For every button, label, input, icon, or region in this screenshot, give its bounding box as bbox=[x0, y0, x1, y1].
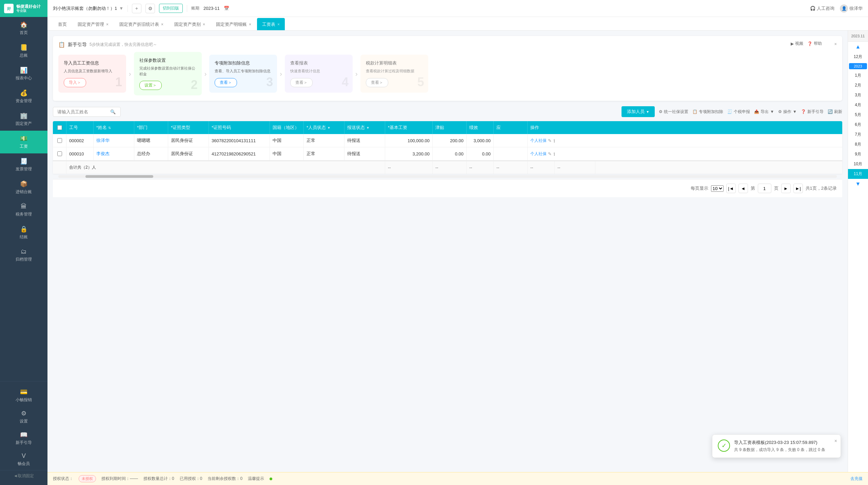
calendar-month-4[interactable]: 4月 bbox=[848, 100, 868, 110]
tab-fixed-assets[interactable]: 固定资产管理 × bbox=[73, 18, 114, 30]
report-status-filter-icon[interactable]: ▼ bbox=[366, 126, 370, 130]
operation-action[interactable]: ⚙ 操作 ▼ bbox=[778, 109, 797, 115]
calendar-month-8[interactable]: 8月 bbox=[848, 139, 868, 149]
per-page-select[interactable]: 10 20 50 bbox=[711, 185, 724, 192]
sidebar-item-archive[interactable]: 🗂 归档管理 bbox=[0, 244, 47, 266]
auth-label: 授权状态： bbox=[53, 476, 73, 482]
user-info[interactable]: 👤 徐泽华 bbox=[840, 4, 863, 13]
settings-button[interactable]: ⚙ bbox=[145, 4, 155, 13]
calendar-month-11[interactable]: 11月 bbox=[848, 169, 868, 179]
upgrade-link[interactable]: 去充值 bbox=[850, 476, 863, 482]
guide-action[interactable]: ❓ 新手引导 bbox=[801, 109, 824, 115]
guide-video-link[interactable]: ▶ 视频 ❓ 帮助 bbox=[791, 41, 822, 46]
export-action[interactable]: 📤 导出 ▼ bbox=[754, 109, 774, 115]
sidebar-item-settings[interactable]: ⚙ 设置 bbox=[0, 406, 47, 428]
special-deduction-action[interactable]: 📋 专项附加扣除 bbox=[692, 109, 723, 115]
last-page-button[interactable]: ►| bbox=[793, 184, 803, 193]
name-sort-icon[interactable]: ⇅ bbox=[108, 126, 111, 130]
add-account-button[interactable]: ＋ bbox=[132, 4, 141, 13]
guide-close-button[interactable]: × bbox=[834, 41, 837, 46]
row1-edit-icon[interactable]: ✎ bbox=[548, 138, 552, 143]
warning-dot bbox=[270, 478, 272, 480]
row1-checkbox[interactable] bbox=[57, 138, 62, 143]
tab-fixed-depreciation-close[interactable]: × bbox=[161, 22, 163, 27]
tab-fixed-detail[interactable]: 固定资产明细账 × bbox=[211, 18, 256, 30]
row2-name[interactable]: 李俊杰 bbox=[94, 147, 134, 160]
sidebar-item-member[interactable]: V 畅会员 bbox=[0, 449, 47, 470]
row2-ops[interactable]: 个人社保 ✎ 🗑 bbox=[528, 147, 555, 160]
row2-delete-icon[interactable]: 🗑 bbox=[553, 151, 555, 156]
sidebar-item-fixed-assets[interactable]: 🏢 固定资产 bbox=[0, 108, 47, 131]
calendar-up-arrow[interactable]: ▲ bbox=[848, 42, 868, 52]
sidebar-item-expense[interactable]: 💳 小畅报销 bbox=[0, 385, 47, 406]
version-toggle-button[interactable]: 切到旧版 bbox=[159, 4, 183, 13]
guide-step-3-btn[interactable]: 查看＞ bbox=[215, 78, 237, 87]
tab-home[interactable]: 首页 bbox=[53, 18, 72, 30]
sidebar-item-guide[interactable]: 📖 新手引导 bbox=[0, 428, 47, 449]
tab-salary-close[interactable]: × bbox=[277, 22, 280, 27]
tab-fixed-assets-close[interactable]: × bbox=[106, 22, 108, 27]
calendar-month-7[interactable]: 7月 bbox=[848, 130, 868, 139]
tab-fixed-category[interactable]: 固定资产类别 × bbox=[169, 18, 210, 30]
search-input[interactable] bbox=[57, 109, 108, 114]
sidebar-item-reports[interactable]: 📊 报表中心 bbox=[0, 62, 47, 85]
toast-close-button[interactable]: × bbox=[834, 438, 837, 444]
first-page-button[interactable]: |◄ bbox=[726, 184, 736, 193]
header-checkbox[interactable] bbox=[57, 125, 62, 130]
add-person-button[interactable]: 添加人员 ▼ bbox=[622, 106, 655, 117]
tab-fixed-depreciation[interactable]: 固定资产折旧统计表 × bbox=[114, 18, 169, 30]
sidebar-item-funds[interactable]: 💰 资金管理 bbox=[0, 85, 47, 108]
sidebar-item-salary[interactable]: 💵 工资 bbox=[0, 131, 47, 153]
calendar-month-1[interactable]: 1月 bbox=[848, 71, 868, 80]
calendar-icon[interactable]: 📅 bbox=[224, 6, 229, 11]
tab-salary[interactable]: 工资表 × bbox=[257, 18, 285, 30]
guide-step-5-btn[interactable]: 查看＞ bbox=[366, 78, 388, 87]
row2-ops-link[interactable]: 个人社保 bbox=[530, 151, 547, 157]
sidebar-item-ledger[interactable]: 📒 总账 bbox=[0, 40, 47, 62]
row1-check[interactable] bbox=[53, 134, 66, 147]
row1-delete-icon[interactable]: 🗑 bbox=[553, 138, 555, 143]
calendar-month-3[interactable]: 3月 bbox=[848, 90, 868, 100]
calendar-month-10[interactable]: 10月 bbox=[848, 159, 868, 169]
row2-report-status: 待报送 bbox=[344, 147, 385, 160]
row2-check[interactable] bbox=[53, 147, 66, 160]
status-filter-icon[interactable]: ▼ bbox=[327, 126, 331, 130]
tax-return-action[interactable]: 🧾 个税申报 bbox=[727, 109, 750, 115]
page-number-input[interactable] bbox=[758, 184, 771, 193]
prev-page-button[interactable]: ◄ bbox=[738, 184, 748, 193]
calendar-month-9[interactable]: 9月 bbox=[848, 149, 868, 159]
sidebar-item-inventory[interactable]: 📦 进销台账 bbox=[0, 176, 47, 199]
horizontal-scrollbar[interactable] bbox=[58, 175, 837, 178]
row1-ops[interactable]: 个人社保 ✎ 🗑 bbox=[528, 134, 555, 147]
sidebar-item-invoice[interactable]: 🧾 发票管理 bbox=[0, 153, 47, 176]
th-name: *姓名 ⇅ bbox=[94, 121, 134, 134]
row2-edit-icon[interactable]: ✎ bbox=[548, 151, 552, 156]
th-check[interactable] bbox=[53, 121, 66, 134]
sidebar-item-tax[interactable]: 🏛 税务管理 bbox=[0, 199, 47, 221]
sidebar-item-close[interactable]: 🔒 结账 bbox=[0, 221, 47, 244]
calendar-month-12[interactable]: 12月 bbox=[848, 52, 868, 62]
guide-step-4-btn[interactable]: 查看＞ bbox=[290, 78, 313, 87]
sidebar-item-home[interactable]: 🏠 首页 bbox=[0, 17, 47, 40]
tab-fixed-detail-close[interactable]: × bbox=[249, 22, 251, 27]
guide-step-2-btn[interactable]: 设置＞ bbox=[139, 81, 162, 90]
refresh-action[interactable]: 🔄 刷新 bbox=[828, 109, 842, 115]
calendar-month-5[interactable]: 5月 bbox=[848, 110, 868, 120]
row1-ops-link[interactable]: 个人社保 bbox=[530, 138, 547, 144]
per-page-label: 每页显示 bbox=[691, 185, 708, 191]
ai-consult-button[interactable]: 🎧 人工咨询 bbox=[810, 5, 834, 12]
next-page-button[interactable]: ► bbox=[781, 184, 791, 193]
guide-step-1-btn[interactable]: 导入＞ bbox=[64, 78, 86, 87]
calendar-month-6[interactable]: 6月 bbox=[848, 120, 868, 130]
calendar-month-2[interactable]: 2月 bbox=[848, 80, 868, 90]
calendar-down-arrow[interactable]: ▼ bbox=[848, 179, 868, 189]
row2-basic-salary: 3,200.00 bbox=[385, 147, 433, 160]
scroll-thumb[interactable] bbox=[85, 175, 153, 178]
social-insurance-action[interactable]: ⚙ 统一社保设置 bbox=[659, 109, 688, 115]
row1-name[interactable]: 徐泽华 bbox=[94, 134, 134, 147]
member-icon: V bbox=[22, 452, 26, 460]
cancel-fix-button[interactable]: ◄取消固定 bbox=[0, 470, 47, 482]
tab-fixed-category-close[interactable]: × bbox=[203, 22, 205, 27]
row2-checkbox[interactable] bbox=[57, 151, 62, 156]
account-selector[interactable]: 刘小艳演示账套（勿删勿动！）1 ▼ bbox=[53, 5, 123, 12]
